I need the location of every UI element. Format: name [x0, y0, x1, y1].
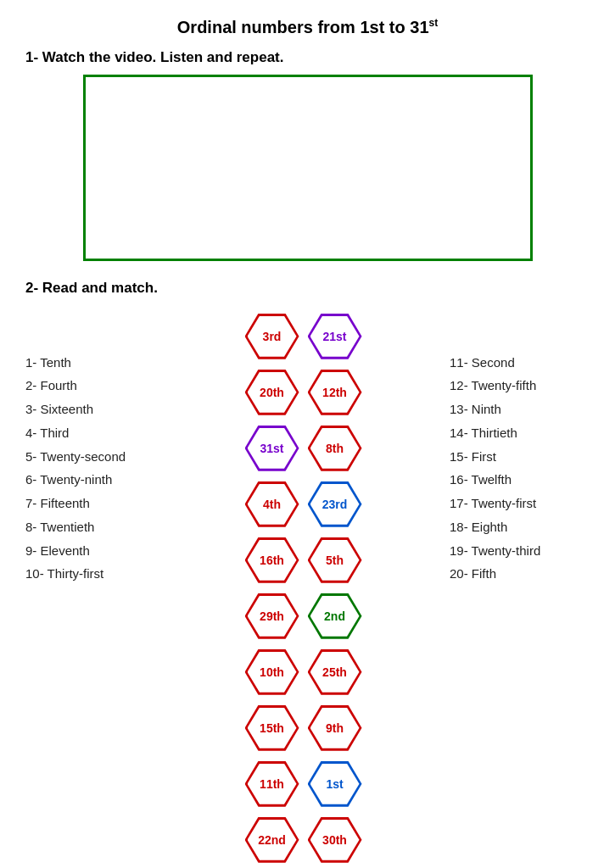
right-list: 11- Second12- Twenty-fifth13- Ninth14- T… — [450, 310, 590, 587]
hex-shape: 31st — [245, 426, 299, 471]
hex-shape: 23rd — [308, 481, 362, 527]
left-list-item: 10- Thirty-first — [25, 562, 157, 586]
left-list-item: 2- Fourth — [25, 374, 157, 398]
left-list-item: 9- Eleventh — [25, 539, 157, 563]
right-list-item: 20- Fifth — [450, 562, 590, 586]
page-title: Ordinal numbers from 1st to 31st — [25, 17, 590, 37]
left-list: 1- Tenth2- Fourth3- Sixteenth4- Third5- … — [25, 310, 157, 587]
hex-shape: 21st — [308, 314, 362, 359]
hex-shape: 25th — [308, 649, 362, 695]
right-list-item: 17- Twenty-first — [450, 492, 590, 515]
section1-label: 1- Watch the video. Listen and repeat. — [25, 49, 590, 66]
right-list-item: 15- First — [450, 445, 590, 469]
hex-shape: 11th — [245, 761, 299, 807]
center-columns: 3rd20th31st4th16th29th10th15th11th22nd 2… — [157, 310, 450, 866]
right-list-item: 19- Twenty-third — [450, 539, 590, 563]
hex-shape: 9th — [308, 705, 362, 751]
right-list-item: 18- Eighth — [450, 515, 590, 539]
left-list-item: 8- Twentieth — [25, 515, 157, 539]
hex-left-col: 3rd20th31st4th16th29th10th15th11th22nd — [245, 310, 299, 866]
left-list-item: 7- Fifteenth — [25, 492, 157, 515]
hex-shape: 12th — [308, 370, 362, 415]
section2-label: 2- Read and match. — [25, 280, 590, 297]
right-list-item: 14- Thirtieth — [450, 421, 590, 445]
match-area: 1- Tenth2- Fourth3- Sixteenth4- Third5- … — [25, 310, 590, 866]
hex-shape: 29th — [245, 593, 299, 639]
right-list-item: 16- Twelfth — [450, 468, 590, 492]
hex-shape: 10th — [245, 649, 299, 695]
hex-shape: 20th — [245, 370, 299, 415]
left-list-item: 6- Twenty-ninth — [25, 468, 157, 492]
hex-shape: 8th — [308, 426, 362, 471]
left-list-item: 3- Sixteenth — [25, 398, 157, 421]
right-list-item: 12- Twenty-fifth — [450, 374, 590, 398]
left-list-item: 1- Tenth — [25, 351, 157, 375]
hex-right-col: 21st12th8th23rd5th2nd25th9th1st30th — [308, 310, 362, 866]
hex-shape: 4th — [245, 481, 299, 527]
hex-shape: 16th — [245, 537, 299, 583]
hex-shape: 22nd — [245, 817, 299, 863]
video-box — [83, 75, 533, 261]
left-list-item: 5- Twenty-second — [25, 445, 157, 469]
left-list-item: 4- Third — [25, 421, 157, 445]
hex-shape: 2nd — [308, 593, 362, 639]
hex-shape: 30th — [308, 817, 362, 863]
hex-shape: 3rd — [245, 314, 299, 359]
hex-shape: 1st — [308, 761, 362, 807]
right-list-item: 11- Second — [450, 351, 590, 375]
right-list-item: 13- Ninth — [450, 398, 590, 421]
hex-shape: 15th — [245, 705, 299, 751]
hex-shape: 5th — [308, 537, 362, 583]
